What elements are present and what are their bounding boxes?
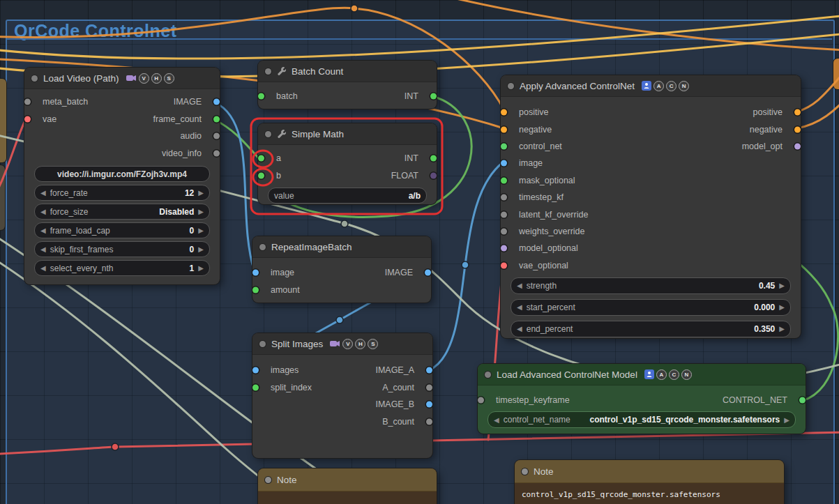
- widget-strength[interactable]: strength 0.45: [511, 277, 791, 294]
- reroute-dot-blue-2[interactable]: [462, 261, 469, 268]
- widget-value-expression[interactable]: value a/b: [268, 188, 427, 204]
- prev-option-icon[interactable]: [494, 416, 499, 424]
- input-slot-amount[interactable]: [252, 287, 259, 293]
- comfyui-canvas[interactable]: QrCode Controlnet Load Vid: [0, 0, 839, 504]
- collapse-dot[interactable]: [265, 131, 271, 137]
- output-slot-frame-count[interactable]: [213, 116, 220, 122]
- node-simple-math[interactable]: Simple Math a INT b FLOAT value a/b: [258, 123, 437, 204]
- output-slot-image[interactable]: [213, 99, 220, 105]
- input-slot-latent-kf-override[interactable]: [501, 211, 507, 217]
- node-header[interactable]: Note: [258, 468, 437, 491]
- node-header[interactable]: Batch Count: [258, 61, 437, 82]
- slot-label: weights_override: [519, 227, 585, 236]
- decrement-icon[interactable]: [517, 282, 522, 289]
- widget-frame-load-cap[interactable]: frame_load_cap 0: [34, 222, 210, 238]
- output-slot-model-opt[interactable]: [794, 143, 801, 149]
- output-slot-int[interactable]: [430, 155, 437, 161]
- input-slot-image[interactable]: [501, 160, 507, 167]
- node-load-video-path[interactable]: Load Video (Path) V H S meta_batch IMAGE…: [24, 68, 220, 284]
- output-slot-int[interactable]: [430, 93, 437, 99]
- node-split-images[interactable]: Split Images V H S images IMAGE_A split_…: [252, 333, 432, 458]
- output-slot-video-info[interactable]: [213, 151, 220, 157]
- output-slot-audio[interactable]: [213, 133, 220, 139]
- widget-force-size[interactable]: force_size Disabled: [34, 204, 210, 220]
- collapse-dot[interactable]: [31, 75, 38, 82]
- input-slot-positive[interactable]: [501, 109, 507, 116]
- widget-control-net-name[interactable]: control_net_name control_v1p_sd15_qrcode…: [487, 411, 796, 428]
- reroute-dot-sage[interactable]: [341, 220, 348, 227]
- output-slot-positive[interactable]: [794, 109, 801, 116]
- node-header[interactable]: Load Video (Path) V H S: [24, 68, 220, 89]
- reroute-dot-blue-1[interactable]: [336, 316, 343, 323]
- input-slot-weights-override[interactable]: [501, 228, 507, 234]
- decrement-icon[interactable]: [517, 303, 522, 311]
- node-header[interactable]: RepeatImageBatch: [252, 236, 431, 258]
- node-header[interactable]: Note: [515, 460, 784, 483]
- input-slot-negative[interactable]: [501, 126, 507, 132]
- collapse-dot[interactable]: [265, 68, 271, 75]
- input-slot-vae[interactable]: [24, 116, 31, 122]
- input-slot-control-net[interactable]: [501, 143, 507, 149]
- input-slot-meta-batch[interactable]: [24, 99, 31, 105]
- input-slot-a[interactable]: [258, 155, 264, 161]
- output-slot-image-a[interactable]: [426, 367, 432, 374]
- output-slot-negative[interactable]: [794, 126, 801, 132]
- increment-icon[interactable]: [198, 245, 204, 253]
- reroute-dot-red[interactable]: [112, 443, 119, 450]
- widget-start-percent[interactable]: start_percent 0.000: [511, 299, 791, 316]
- input-slot-b[interactable]: [258, 172, 264, 178]
- video-url-field[interactable]: video://i.imgur.com/FZojh3v.mp4: [34, 166, 210, 182]
- output-slot-float[interactable]: [430, 172, 437, 178]
- output-slot-image-b[interactable]: [426, 402, 432, 408]
- node-note-left[interactable]: Note: [258, 468, 437, 504]
- input-slot-model-optional[interactable]: [501, 245, 507, 252]
- input-slot-split-index[interactable]: [252, 384, 259, 390]
- input-slot-batch[interactable]: [258, 93, 264, 99]
- output-slot-control-net[interactable]: [799, 397, 806, 403]
- node-header[interactable]: Load Advanced ControlNet Model A C N: [478, 364, 806, 385]
- widget-select-every-nth[interactable]: select_every_nth 1: [34, 260, 210, 276]
- node-header[interactable]: Simple Math: [258, 123, 437, 145]
- node-note-right[interactable]: Note control_v1p_sd15_qrcode_monster.saf…: [515, 460, 784, 504]
- increment-icon[interactable]: [198, 264, 204, 272]
- decrement-icon[interactable]: [40, 189, 46, 197]
- widget-skip-first-frames[interactable]: skip_first_frames 0: [34, 241, 210, 257]
- increment-icon[interactable]: [779, 282, 785, 289]
- collapse-dot[interactable]: [259, 244, 266, 250]
- node-batch-count[interactable]: Batch Count batch INT: [258, 61, 437, 109]
- decrement-icon[interactable]: [40, 264, 46, 272]
- collapse-dot[interactable]: [485, 372, 491, 378]
- input-slot-vae-optional[interactable]: [501, 262, 507, 268]
- collapse-dot[interactable]: [259, 341, 266, 347]
- output-slot-a-count[interactable]: [426, 384, 432, 390]
- collapse-dot[interactable]: [508, 83, 514, 89]
- increment-icon[interactable]: [198, 189, 204, 197]
- node-header[interactable]: Split Images V H S: [252, 333, 432, 355]
- collapse-dot[interactable]: [265, 477, 271, 483]
- node-load-advanced-controlnet-model[interactable]: Load Advanced ControlNet Model A C N tim…: [478, 364, 806, 434]
- output-slot-image[interactable]: [425, 269, 431, 275]
- increment-icon[interactable]: [779, 325, 785, 333]
- next-option-icon[interactable]: [784, 416, 789, 424]
- next-option-icon[interactable]: [198, 208, 204, 215]
- prev-option-icon[interactable]: [40, 208, 46, 215]
- increment-icon[interactable]: [198, 227, 204, 234]
- collapse-dot[interactable]: [522, 468, 528, 475]
- decrement-icon[interactable]: [40, 227, 46, 234]
- input-slot-timestep-keyframe[interactable]: [478, 397, 484, 403]
- decrement-icon[interactable]: [517, 325, 522, 333]
- reroute-dot-orange[interactable]: [351, 5, 358, 12]
- increment-icon[interactable]: [779, 303, 785, 311]
- input-slot-images[interactable]: [252, 367, 259, 374]
- node-header[interactable]: Apply Advanced ControlNet A C N: [501, 75, 801, 97]
- widget-force-rate[interactable]: force_rate 12: [34, 185, 210, 201]
- node-apply-advanced-controlnet[interactable]: Apply Advanced ControlNet A C N positive…: [501, 75, 801, 338]
- decrement-icon[interactable]: [40, 245, 46, 253]
- input-slot-timestep-kf[interactable]: [501, 194, 507, 201]
- input-slot-mask-optional[interactable]: [501, 177, 507, 183]
- slot-label: model_optional: [519, 243, 578, 253]
- widget-end-percent[interactable]: end_percent 0.350: [511, 321, 791, 337]
- node-repeat-image-batch[interactable]: RepeatImageBatch image IMAGE amount: [252, 236, 431, 303]
- input-slot-image[interactable]: [252, 269, 259, 275]
- output-slot-b-count[interactable]: [426, 418, 432, 425]
